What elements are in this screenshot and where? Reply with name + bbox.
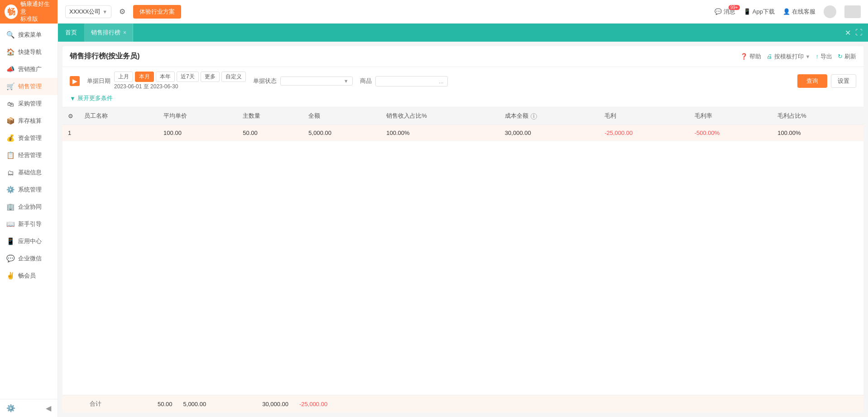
sidebar-item-basic[interactable]: 🗂 基础信息: [0, 164, 58, 181]
filter-goods-item: 商品 ...: [360, 76, 448, 86]
date-custom-btn[interactable]: 自定义: [221, 72, 246, 82]
th-sales-pct: 销售收入占比%: [381, 107, 499, 125]
date-more-btn[interactable]: 更多: [201, 72, 220, 82]
export-icon: ↑: [816, 53, 819, 60]
cell-gross-pct-0: 100.00%: [772, 125, 863, 141]
th-avg-price: 平均单价: [158, 107, 237, 125]
nav-icon-sales: 🛒: [6, 82, 14, 91]
export-button[interactable]: ↑ 导出: [816, 53, 833, 61]
date-cur-btn[interactable]: 本月: [135, 72, 154, 82]
expand-more-btn[interactable]: ▼ 展开更多条件: [70, 94, 856, 102]
filter-status-label: 单据状态: [253, 77, 277, 85]
nav-icon-operation: 📋: [6, 151, 14, 159]
goods-more-icon[interactable]: ...: [439, 78, 444, 85]
nav-icon-corp: 🏢: [6, 203, 14, 211]
sidebar-item-search[interactable]: 🔍 搜索菜单: [0, 26, 58, 43]
filter-area: ▶ 单据日期 上月 本月 本年 近7天 更多 自定义: [62, 67, 863, 107]
print-button[interactable]: 🖨 按模板打印 ▼: [767, 53, 810, 61]
online-service-button[interactable]: 👤 在线客服: [783, 8, 815, 16]
status-chevron-icon: ▼: [344, 78, 349, 84]
nav-label-finance: 资金管理: [18, 134, 42, 142]
tab-close-window-icon[interactable]: ✕: [845, 29, 851, 37]
help-button[interactable]: ❓ 帮助: [740, 53, 761, 61]
date-range: 2023-06-01 至 2023-06-30: [114, 83, 246, 91]
date-buttons: 上月 本月 本年 近7天 更多 自定义: [114, 72, 246, 82]
nav-icon-finance: 💰: [6, 134, 14, 142]
sidebar-settings-icon[interactable]: ⚙️: [6, 404, 15, 412]
sidebar-item-marketing[interactable]: 📣 营销推广: [0, 61, 58, 78]
nav-label-member: 畅会员: [18, 272, 36, 280]
cell-avg-price-0: 100.00: [158, 125, 237, 141]
sidebar-nav: 🔍 搜索菜单 🏠 快捷导航 📣 营销推广 🛒 销售管理 🛍 采购管理 📦 库存核…: [0, 24, 58, 399]
company-select[interactable]: XXXXX公司 ▼: [65, 5, 111, 18]
nav-icon-system: ⚙️: [6, 186, 14, 194]
sidebar-item-guide[interactable]: 📖 新手引导: [0, 216, 58, 233]
cell-sales-pct-0: 100.00%: [381, 125, 499, 141]
footer-cost: 30,000.00: [257, 401, 294, 407]
filter-status-item: 单据状态 ▼: [253, 77, 353, 86]
nav-icon-apps: 📱: [6, 237, 14, 245]
refresh-button[interactable]: ↻ 刷新: [838, 53, 856, 61]
sidebar-item-corp[interactable]: 🏢 企业协同: [0, 198, 58, 216]
th-gross: 毛利: [599, 107, 689, 125]
sidebar-bottom: ⚙️ ◀: [0, 399, 58, 417]
date-year-btn[interactable]: 本年: [156, 72, 175, 82]
cost-info-icon[interactable]: ℹ: [531, 113, 537, 120]
sidebar-item-purchase[interactable]: 🛍 采购管理: [0, 95, 58, 112]
tab-home[interactable]: 首页: [58, 24, 85, 42]
sidebar-item-wechat[interactable]: 💬 企业微信: [0, 250, 58, 267]
gear-button[interactable]: ⚙: [116, 5, 129, 18]
filter-buttons: 查询 设置: [797, 74, 856, 88]
table-wrap: ⚙ 员工名称 平均单价 主数量 全额 销售收入占比% 成本全额 ℹ 毛利 毛利率…: [62, 107, 863, 395]
nav-label-apps: 应用中心: [18, 237, 42, 245]
sidebar-item-sales[interactable]: 🛒 销售管理: [0, 78, 58, 95]
avatar[interactable]: [824, 5, 836, 18]
logo-icon: 畅: [5, 5, 18, 19]
industry-button[interactable]: 体验行业方案: [133, 5, 181, 19]
filter-goods-input[interactable]: ...: [375, 76, 448, 86]
sidebar-item-inventory[interactable]: 📦 库存核算: [0, 112, 58, 129]
cell-amount-0: 5,000.00: [303, 125, 381, 141]
company-chevron-icon: ▼: [102, 9, 107, 14]
nav-label-basic: 基础信息: [18, 168, 42, 177]
logo-text: 畅康通好生意 标准版: [20, 0, 53, 24]
nav-label-system: 系统管理: [18, 186, 42, 194]
nav-label-quick-nav: 快捷导航: [18, 48, 42, 56]
th-gross-rate: 毛利率: [689, 107, 772, 125]
expand-more-label: 展开更多条件: [77, 94, 113, 102]
cell-gross-0: -25,000.00: [599, 125, 689, 141]
date-prev-btn[interactable]: 上月: [114, 72, 133, 82]
footer-label: 合计: [84, 400, 107, 408]
th-name: 员工名称: [79, 107, 158, 125]
nav-icon-guide: 📖: [6, 220, 14, 228]
sidebar-logo: 畅 畅康通好生意 标准版: [0, 0, 58, 24]
filter-goods-label: 商品: [360, 77, 372, 85]
nav-label-wechat: 企业微信: [18, 254, 42, 263]
tab-sales-ranking[interactable]: 销售排行榜 ×: [85, 24, 133, 42]
sidebar-item-system[interactable]: ⚙️ 系统管理: [0, 181, 58, 198]
date-7days-btn[interactable]: 近7天: [177, 72, 199, 82]
tab-controls: ✕ ⛶: [839, 29, 868, 37]
user-name-area: [844, 5, 861, 18]
tab-label: 销售排行榜: [91, 29, 120, 37]
tab-close-icon[interactable]: ×: [123, 29, 126, 36]
nav-label-marketing: 营销推广: [18, 65, 42, 73]
data-table: ⚙ 员工名称 平均单价 主数量 全额 销售收入占比% 成本全额 ℹ 毛利 毛利率…: [62, 107, 863, 141]
filter-status-select[interactable]: ▼: [280, 77, 353, 86]
sidebar-item-member[interactable]: ✌️ 畅会员: [0, 267, 58, 284]
sidebar-item-finance[interactable]: 💰 资金管理: [0, 129, 58, 147]
sidebar-item-operation[interactable]: 📋 经营管理: [0, 147, 58, 164]
app-download-icon: 📱: [743, 8, 751, 15]
filter-expand-arrow[interactable]: ▶: [70, 76, 80, 86]
setting-button[interactable]: 设置: [831, 74, 856, 88]
query-button[interactable]: 查询: [797, 74, 827, 88]
th-amount: 全额: [303, 107, 381, 125]
message-button[interactable]: 💬 消息 99+: [715, 8, 735, 16]
cell-qty-0: 50.00: [237, 125, 303, 141]
nav-icon-search: 🔍: [6, 31, 14, 39]
sidebar-collapse-icon[interactable]: ◀: [46, 404, 51, 412]
app-download-button[interactable]: 📱 App下载: [743, 8, 775, 16]
sidebar-item-apps[interactable]: 📱 应用中心: [0, 233, 58, 250]
tab-maximize-icon[interactable]: ⛶: [855, 29, 863, 37]
sidebar-item-quick-nav[interactable]: 🏠 快捷导航: [0, 43, 58, 61]
